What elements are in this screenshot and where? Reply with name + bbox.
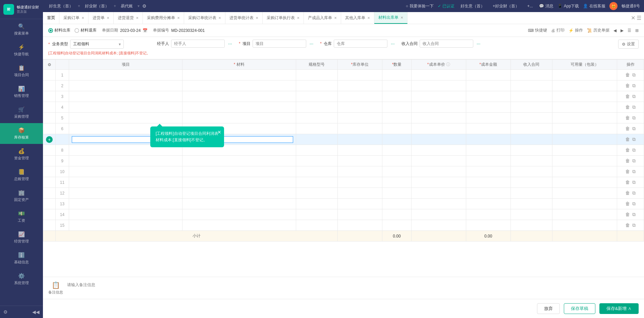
cell-spec[interactable]	[296, 199, 337, 209]
operation-btn[interactable]: ⚡ 操作	[569, 28, 583, 33]
sidebar-item-assets[interactable]: 🏢 固定资产	[0, 186, 43, 206]
handler-input[interactable]	[171, 40, 225, 48]
cell-unit[interactable]	[337, 166, 382, 177]
view-grid-btn[interactable]: ⊞	[635, 28, 639, 33]
cell-material[interactable]	[182, 166, 296, 177]
cell-project[interactable]	[69, 70, 182, 81]
cell-cost[interactable]	[412, 177, 466, 188]
next-btn[interactable]: ▶	[621, 28, 624, 33]
cell-project[interactable]	[69, 177, 182, 188]
cell-unit[interactable]	[337, 220, 382, 231]
tab-purchase-in[interactable]: 进货单 ✕	[89, 12, 114, 24]
cell-quantity[interactable]	[382, 188, 411, 199]
cell-project[interactable]	[69, 220, 182, 231]
cell-material[interactable]	[182, 199, 296, 209]
cell-unit[interactable]	[337, 102, 382, 113]
cell-available[interactable]	[552, 199, 617, 209]
collapse-btn[interactable]: ◀◀	[32, 309, 40, 315]
cell-quantity[interactable]	[382, 70, 411, 81]
tab-close-other-in[interactable]: ✕	[367, 16, 370, 20]
cell-spec[interactable]	[296, 177, 337, 188]
cell-available[interactable]	[552, 220, 617, 231]
radio-material-out[interactable]: 材料出库	[48, 28, 70, 33]
cell-quantity[interactable]	[382, 220, 411, 231]
tab-other-in[interactable]: 其他入库单 ✕	[341, 12, 374, 24]
cell-project[interactable]	[69, 209, 182, 220]
cell-unit[interactable]	[337, 113, 382, 123]
cell-cost[interactable]	[412, 91, 466, 102]
cell-available[interactable]	[552, 102, 617, 113]
cell-spec[interactable]	[296, 166, 337, 177]
sidebar-item-sales[interactable]: 📊 销售管理	[0, 82, 43, 102]
sidebar-item-search[interactable]: 🔍 搜索菜单	[0, 19, 43, 40]
topbar-app-download[interactable]: 📱 App下载	[557, 3, 579, 9]
cell-cost-amount[interactable]	[466, 145, 511, 156]
topbar-message[interactable]: 💬 消息	[539, 3, 553, 9]
delete-row-btn[interactable]: 🗑	[625, 201, 631, 206]
cell-income-contract[interactable]	[511, 166, 552, 177]
tab-close-material-out[interactable]: ✕	[400, 16, 403, 19]
cell-income-contract[interactable]	[511, 91, 552, 102]
cell-cost-amount[interactable]	[466, 70, 511, 81]
cell-cost-amount[interactable]	[466, 220, 511, 231]
tab-close-purchase-expense[interactable]: ✕	[177, 16, 180, 20]
delete-row-btn[interactable]: 🗑	[625, 72, 631, 77]
handler-dots[interactable]: ···	[228, 41, 232, 46]
cell-income-contract[interactable]	[511, 134, 552, 145]
cell-material[interactable]	[182, 91, 296, 102]
cell-unit[interactable]	[337, 209, 382, 220]
cell-spec[interactable]	[296, 123, 337, 134]
cell-cost[interactable]	[412, 123, 466, 134]
cell-cost-amount[interactable]	[466, 166, 511, 177]
cell-available[interactable]	[552, 209, 617, 220]
cell-unit[interactable]	[337, 70, 382, 81]
cell-quantity[interactable]	[382, 91, 411, 102]
cell-income-contract[interactable]	[511, 145, 552, 156]
sidebar-item-ledger[interactable]: 📒 总账管理	[0, 165, 43, 186]
cell-cost-amount[interactable]	[466, 156, 511, 166]
cell-spec[interactable]	[296, 102, 337, 113]
cell-cost[interactable]	[412, 134, 466, 145]
cell-quantity[interactable]	[382, 209, 411, 220]
project-input[interactable]	[253, 40, 306, 48]
sidebar-item-project[interactable]: 📋 项目合同	[0, 61, 43, 82]
cell-material[interactable]	[182, 188, 296, 199]
cell-spec[interactable]	[296, 145, 337, 156]
cell-project[interactable]	[69, 156, 182, 166]
cell-project[interactable]	[69, 81, 182, 91]
cell-quantity[interactable]	[382, 166, 411, 177]
cell-unit[interactable]	[337, 81, 382, 91]
tab-close-product-in[interactable]: ✕	[334, 16, 337, 20]
delete-row-btn[interactable]: 🗑	[625, 212, 631, 217]
tab-purchase-exec[interactable]: 采购订单执行表 ✕	[263, 12, 304, 24]
cell-unit[interactable]	[337, 91, 382, 102]
cell-cost[interactable]	[412, 145, 466, 156]
cell-spec[interactable]	[296, 156, 337, 166]
cell-quantity[interactable]	[382, 81, 411, 91]
topbar-nav-haoyecai2[interactable]: +好业财（首）	[491, 3, 521, 9]
cell-income-contract[interactable]	[511, 113, 552, 123]
settings-bottom-btn[interactable]: ⚙	[3, 309, 8, 315]
cell-spec[interactable]	[296, 188, 337, 199]
delete-row-btn[interactable]: 🗑	[625, 190, 631, 196]
form-settings-btn[interactable]: ⚙ 设置	[618, 40, 639, 49]
delete-row-btn[interactable]: 🗑	[625, 158, 631, 163]
topbar-nav-more[interactable]: +...	[525, 4, 535, 8]
cell-unit[interactable]	[337, 123, 382, 134]
cell-income-contract[interactable]	[511, 81, 552, 91]
calendar-icon[interactable]: 📅	[143, 28, 148, 33]
cell-quantity[interactable]	[382, 134, 411, 145]
cell-cost-amount[interactable]	[466, 188, 511, 199]
cell-quantity[interactable]	[382, 113, 411, 123]
cell-quantity[interactable]	[382, 102, 411, 113]
cell-spec[interactable]	[296, 134, 337, 145]
cell-unit[interactable]	[337, 134, 382, 145]
topbar-certified[interactable]: ✓ 已认证	[438, 3, 454, 9]
tab-purchase-expense[interactable]: 采购费用分摊单 ✕	[143, 12, 184, 24]
notes-input[interactable]	[67, 281, 639, 288]
project-dots[interactable]: ···	[310, 41, 314, 46]
cell-spec[interactable]	[296, 209, 337, 220]
cell-available[interactable]	[552, 156, 617, 166]
cell-income-contract[interactable]	[511, 177, 552, 188]
sidebar-item-basic[interactable]: ℹ️ 基础信息	[0, 248, 43, 269]
